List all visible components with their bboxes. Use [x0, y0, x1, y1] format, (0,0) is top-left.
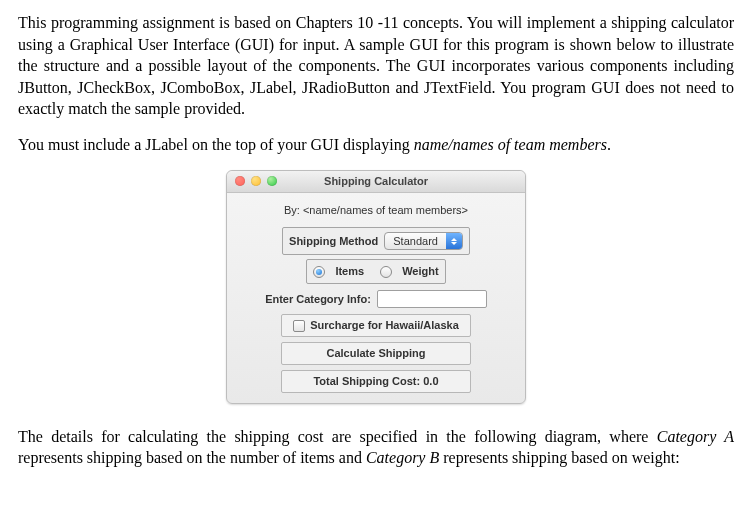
category-label: Enter Category Info: [265, 292, 371, 307]
byline-label: By: <name/names of team members> [237, 199, 515, 224]
shipping-method-value: Standard [385, 234, 446, 249]
outro-text-a: The details for calculating the shipping… [18, 428, 657, 445]
app-window: Shipping Calculator By: <name/names of t… [226, 170, 526, 404]
total-cost-label: Total Shipping Cost: 0.0 [281, 370, 471, 393]
combobox-arrows-icon [446, 233, 462, 249]
surcharge-label: Surcharge for Hawaii/Alaska [310, 319, 459, 331]
window-body: By: <name/names of team members> Shippin… [227, 193, 525, 403]
radio-items[interactable] [313, 266, 325, 278]
radio-weight-label: Weight [402, 264, 438, 279]
intro-p2-text-b: . [607, 136, 611, 153]
category-row: Enter Category Info: [237, 290, 515, 308]
shipping-method-combobox[interactable]: Standard [384, 232, 463, 250]
calculate-button[interactable]: Calculate Shipping [281, 342, 471, 365]
traffic-lights [235, 176, 277, 186]
outro-text-c: represents shipping based on weight: [439, 449, 679, 466]
intro-p2-text-a: You must include a JLabel on the top of … [18, 136, 414, 153]
intro-paragraph-2: You must include a JLabel on the top of … [18, 134, 734, 156]
shipping-method-label: Shipping Method [289, 234, 378, 249]
close-icon[interactable] [235, 176, 245, 186]
titlebar: Shipping Calculator [227, 171, 525, 193]
gui-screenshot: Shipping Calculator By: <name/names of t… [18, 170, 734, 404]
outro-paragraph: The details for calculating the shipping… [18, 426, 734, 469]
surcharge-panel[interactable]: Surcharge for Hawaii/Alaska [281, 314, 471, 337]
intro-paragraph-1: This programming assignment is based on … [18, 12, 734, 120]
mode-radio-group: Items Weight [306, 259, 445, 284]
radio-weight[interactable] [380, 266, 392, 278]
radio-items-label: Items [335, 264, 364, 279]
category-input[interactable] [377, 290, 487, 308]
surcharge-checkbox[interactable] [293, 320, 305, 332]
outro-italic-1: Category A [657, 428, 734, 445]
zoom-icon[interactable] [267, 176, 277, 186]
outro-text-b: represents shipping based on the number … [18, 449, 366, 466]
minimize-icon[interactable] [251, 176, 261, 186]
intro-p2-italic: name/names of team members [414, 136, 607, 153]
shipping-method-panel: Shipping Method Standard [282, 227, 470, 255]
outro-italic-2: Category B [366, 449, 439, 466]
